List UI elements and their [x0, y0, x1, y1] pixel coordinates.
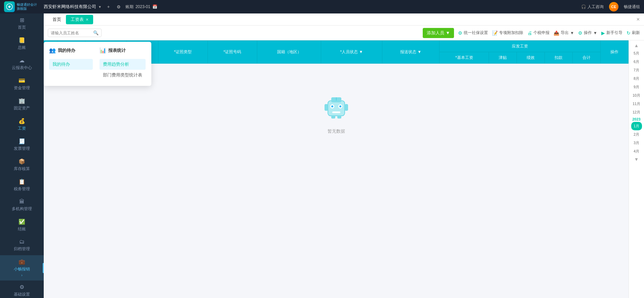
assets-icon: 🏢	[18, 98, 25, 104]
th-person-status: *人员状态 ▼	[321, 41, 382, 64]
dropdown-menu: 👥 我的待办 我的待办 📊 报表统计 费用趋势分析	[44, 42, 151, 86]
settings-icon: ⚙	[20, 284, 24, 290]
export-action[interactable]: 📤 导出 ▼	[554, 30, 574, 36]
timeline-month-7[interactable]: 7月	[629, 66, 644, 74]
sidebar-item-home[interactable]: ⊞ 首页	[0, 13, 44, 34]
add-company-button[interactable]: ＋	[105, 2, 112, 11]
social-security-icon: ⚙	[458, 30, 462, 36]
pending-icon: 👥	[49, 47, 56, 54]
sidebar-item-invoice-mgmt[interactable]: 🧾 发票管理	[0, 135, 44, 155]
timeline-month-8[interactable]: 8月	[629, 74, 644, 83]
timeline-month-10[interactable]: 10月	[629, 91, 644, 100]
timeline-year-2023: 2023	[632, 117, 640, 122]
company-selector[interactable]: 西安虾米网络科技有限公司 ▼	[44, 4, 102, 10]
operations-action[interactable]: ⚙ 操作 ▼	[578, 30, 597, 36]
search-icon: 🔍	[93, 30, 99, 35]
sidebar-item-label: 多机构管理	[12, 206, 32, 212]
app-container: 畅捷通好会计 旗舰版 西安虾米网络科技有限公司 ▼ ＋ ⚙ 账期 2023-01…	[0, 0, 644, 298]
pending-item-label: 我的待办	[52, 62, 70, 67]
dropdown-arrow-icon: ▼	[446, 30, 450, 35]
home-icon: ⊞	[20, 17, 24, 23]
sidebar-item-label: 小畅报销	[14, 266, 30, 272]
refresh-action[interactable]: ↻ 刷新	[627, 30, 640, 36]
action-label: 操作	[584, 30, 592, 36]
tab-salary-table[interactable]: 工资表 ×	[66, 15, 93, 24]
top-bar: 畅捷通好会计 旗舰版 西安虾米网络科技有限公司 ▼ ＋ ⚙ 账期 2023-01…	[0, 0, 644, 13]
svg-rect-9	[325, 104, 328, 111]
timeline-month-6[interactable]: 6月	[629, 58, 644, 66]
sidebar-item-salary[interactable]: 💰 工资	[0, 114, 44, 135]
content-area: 首页 工资表 × ✕ 🔍 添加人员 ▼	[44, 13, 644, 298]
th-nationality: 国籍（地区）	[257, 41, 321, 64]
svg-rect-10	[345, 104, 348, 111]
new-guide-action[interactable]: ▶ 新手引导	[601, 30, 622, 36]
timeline-scroll-down[interactable]: ▼	[634, 156, 639, 163]
timeline-month-1-current[interactable]: 1月	[631, 122, 642, 130]
tab-home[interactable]: 首页	[48, 15, 66, 24]
sidebar-item-basic-settings[interactable]: ⚙ 基础设置	[0, 280, 44, 298]
sidebar-item-general-ledger[interactable]: 📒 总账	[0, 34, 44, 54]
sidebar-item-label: 云报表中心	[12, 65, 32, 71]
avatar: CE	[609, 2, 618, 11]
special-deduction-action[interactable]: 📝 专项附加扣除	[492, 30, 523, 36]
th-deductions: 扣款	[545, 52, 573, 64]
th-total: 合计	[573, 52, 601, 64]
sidebar-item-inventory[interactable]: 📦 库存核算	[0, 155, 44, 175]
sidebar-item-fixed-assets[interactable]: 🏢 固定资产	[0, 94, 44, 114]
th-id-no: *证照号码	[207, 41, 257, 64]
ledger-icon: 📒	[18, 37, 25, 43]
tab-close-all[interactable]: ✕	[636, 17, 640, 22]
timeline-month-12[interactable]: 12月	[629, 108, 644, 117]
calendar-icon[interactable]: 📅	[152, 4, 157, 9]
company-name: 西安虾米网络科技有限公司	[44, 4, 96, 10]
sidebar-item-label: 资金管理	[14, 85, 30, 91]
operations-dropdown-icon: ▼	[593, 31, 597, 35]
th-operations: 操作	[601, 41, 629, 64]
settings-icon[interactable]: ⚙	[115, 3, 122, 11]
tax-report-icon: 🖨	[527, 30, 532, 36]
timeline-scroll-up[interactable]: ▲	[634, 42, 639, 49]
filter-icon[interactable]: ▼	[417, 49, 421, 54]
timeline-month-5[interactable]: 5月	[629, 49, 644, 58]
sidebar-item-fund-mgmt[interactable]: 💳 资金管理	[0, 74, 44, 94]
deduction-icon: 📝	[492, 30, 498, 36]
filter-icon[interactable]: ▼	[359, 49, 363, 54]
close-tab-icon[interactable]: ×	[86, 17, 88, 22]
timeline-month-4[interactable]: 4月	[629, 147, 644, 156]
dropdown-col1-title: 👥 我的待办	[49, 47, 93, 56]
user-name: 畅捷通组	[624, 4, 640, 10]
export-dropdown-icon: ▼	[570, 31, 574, 35]
add-person-button[interactable]: 添加人员 ▼	[423, 28, 454, 38]
sidebar-item-cloud-report[interactable]: ☁ 云报表中心	[0, 54, 44, 74]
service-button[interactable]: 🎧 人工咨询	[581, 4, 604, 10]
sidebar-item-label: 固定资产	[14, 105, 30, 111]
sidebar-item-label: 结账	[18, 226, 26, 232]
export-icon: 📤	[554, 30, 559, 36]
personal-tax-action[interactable]: 🖨 个税申报	[527, 30, 550, 36]
timeline-month-3[interactable]: 3月	[629, 139, 644, 147]
tab-bar: 首页 工资表 × ✕	[44, 13, 644, 26]
svg-rect-8	[332, 111, 340, 113]
chevron-down-icon: ▼	[98, 5, 102, 9]
logo-icon	[4, 1, 15, 12]
col1-title-label: 我的待办	[58, 47, 75, 54]
sidebar-item-tax-mgmt[interactable]: 📋 税务管理	[0, 175, 44, 195]
unified-social-security-action[interactable]: ⚙ 统一社保设置	[458, 30, 488, 36]
sidebar-item-settlement[interactable]: ✅ 结账	[0, 215, 44, 235]
timeline-month-11[interactable]: 11月	[629, 100, 644, 108]
dropdown-item-dept-expense[interactable]: 部门费用类型统计表	[100, 70, 146, 80]
th-id-type: *证照类型	[158, 41, 207, 64]
inventory-icon: 📦	[18, 158, 25, 165]
search-input[interactable]	[51, 31, 91, 35]
operations-icon: ⚙	[578, 30, 582, 36]
sidebar-item-multi-org[interactable]: 🏛 多机构管理	[0, 195, 44, 215]
action-label: 统一社保设置	[464, 30, 488, 36]
sidebar-item-xiaochang[interactable]: 💼 小畅报销 ›	[0, 255, 44, 280]
sidebar-item-archive-mgmt[interactable]: 🗂 归档管理	[0, 235, 44, 255]
toolbar: 🔍 添加人员 ▼ ⚙ 统一社保设置 📝 专项附加扣除	[44, 26, 644, 40]
dropdown-item-expense-trend[interactable]: 费用趋势分析	[100, 59, 146, 70]
timeline-month-2[interactable]: 2月	[629, 130, 644, 139]
settlement-icon: ✅	[18, 219, 25, 225]
timeline-month-9[interactable]: 9月	[629, 83, 644, 91]
dropdown-item-pending[interactable]: 我的待办	[49, 59, 93, 70]
